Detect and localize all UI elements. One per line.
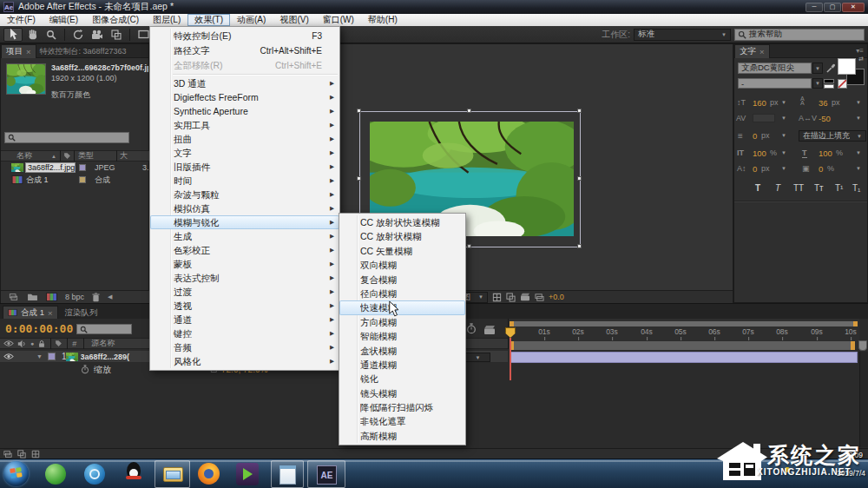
menu-item-smart-blur[interactable]: 智能模糊: [339, 329, 465, 343]
snapshot-icon[interactable]: [520, 293, 530, 301]
font-style-select[interactable]: -: [738, 78, 812, 89]
menu-item-digieffects[interactable]: Digieffects FreeForm▶: [150, 90, 339, 104]
taskbar-after-effects-button[interactable]: AE: [307, 460, 345, 488]
layer-visibility-eye-icon[interactable]: [3, 353, 14, 360]
selection-handle[interactable]: [577, 109, 582, 113]
subscript-button[interactable]: T₁: [852, 183, 860, 193]
help-search-input[interactable]: 搜索帮助: [734, 29, 865, 41]
selection-handle[interactable]: [357, 176, 361, 181]
menu-item-cc-radial-blur[interactable]: CC 放射状模糊: [339, 229, 465, 243]
footage-row-name[interactable]: 3a68ff2...f.jpg: [25, 162, 76, 173]
selection-handle[interactable]: [577, 244, 582, 248]
bpc-label[interactable]: 8 bpc: [65, 293, 84, 301]
playhead-line[interactable]: [510, 338, 511, 380]
layer-expand-arrow[interactable]: ▼: [36, 353, 43, 359]
tracking-value[interactable]: -50: [819, 114, 831, 123]
all-caps-button[interactable]: TT: [793, 183, 804, 193]
close-button[interactable]: ✕: [842, 3, 865, 12]
baseline-shift-value[interactable]: 0: [753, 164, 757, 174]
label-swatch[interactable]: [79, 176, 86, 183]
menu-item-synthetic-aperture[interactable]: Synthetic Aperture▶: [150, 104, 339, 118]
selection-handle[interactable]: [357, 109, 361, 113]
camera-tool-icon[interactable]: [88, 28, 107, 42]
layer-duration-bar[interactable]: [510, 352, 858, 363]
menu-item-bilateral-blur[interactable]: 双向模糊: [339, 258, 465, 272]
menu-item-channel[interactable]: 通道▶: [150, 313, 339, 326]
solo-icon[interactable]: ●: [30, 340, 34, 346]
chevron-down-icon[interactable]: ▼: [856, 166, 861, 171]
layer-name[interactable]: 3a68ff2...289(: [81, 353, 159, 361]
expand-time-controls-icon[interactable]: [31, 450, 40, 458]
menu-item-channel-blur[interactable]: 通道模糊: [339, 358, 465, 372]
faux-bold-button[interactable]: T: [755, 183, 760, 193]
menu-view[interactable]: 视图(V): [273, 14, 315, 26]
menu-item-utility[interactable]: 实用工具▶: [150, 118, 339, 132]
layer-label-swatch[interactable]: [48, 353, 56, 360]
menu-item-stylize[interactable]: 风格化▶: [150, 354, 339, 368]
kerning-value[interactable]: [753, 114, 775, 122]
leading-value[interactable]: 36: [819, 98, 828, 108]
trash-icon[interactable]: [92, 293, 100, 302]
chevron-down-icon[interactable]: ▼: [856, 150, 861, 155]
menu-file[interactable]: 文件(F): [0, 14, 43, 26]
menu-item-box-blur[interactable]: 盒状模糊: [339, 344, 465, 358]
faux-italic-button[interactable]: T: [775, 183, 780, 193]
menu-animation[interactable]: 动画(A): [230, 14, 273, 26]
default-fill-swatch[interactable]: [824, 84, 834, 89]
region-of-interest-icon[interactable]: [506, 293, 516, 302]
label-swatch[interactable]: [79, 164, 86, 171]
pixel-aspect-icon[interactable]: [535, 293, 544, 302]
navigator-start-handle[interactable]: [510, 321, 514, 326]
project-row-footage[interactable]: 3a68ff2...f.jpg JPEG 3.: [1, 162, 150, 174]
chevron-down-icon[interactable]: ▼: [781, 133, 786, 138]
taskbar-browser-360-icon[interactable]: [45, 464, 66, 485]
taskbar-qq-icon[interactable]: [124, 462, 143, 485]
no-color-swatch[interactable]: [838, 79, 847, 89]
taskbar-explorer-button[interactable]: [155, 460, 190, 488]
stopwatch-icon[interactable]: [81, 365, 89, 374]
navigator-end-handle[interactable]: [853, 321, 858, 326]
tab-comp-timeline[interactable]: 合成 1×: [3, 306, 58, 319]
video-eye-icon[interactable]: [3, 340, 14, 347]
scale-property-label[interactable]: 缩放: [94, 364, 111, 376]
menu-composition[interactable]: 图像合成(C): [85, 14, 146, 26]
project-columns-header[interactable]: 名称 ▲ 类型 大: [1, 150, 150, 162]
stroke-width-value[interactable]: 0: [753, 131, 757, 141]
new-composition-icon[interactable]: [46, 293, 57, 301]
menu-item-obsolete[interactable]: 旧版插件▶: [150, 160, 339, 174]
menu-item-generate[interactable]: 生成▶: [150, 229, 339, 243]
close-icon[interactable]: ×: [48, 308, 53, 318]
chevron-down-icon[interactable]: ▼: [781, 166, 786, 171]
project-search-input[interactable]: [4, 132, 129, 143]
column-size[interactable]: 大: [120, 150, 128, 162]
minimize-button[interactable]: ─: [806, 3, 823, 12]
menu-item-compound-blur[interactable]: 复合模糊: [339, 273, 465, 287]
timeline-search-input[interactable]: [76, 324, 132, 334]
menu-item-radial-blur[interactable]: 径向模糊: [339, 287, 465, 300]
exposure-value[interactable]: +0.0: [549, 293, 564, 301]
audio-icon[interactable]: [17, 340, 26, 348]
selection-handle[interactable]: [467, 244, 471, 248]
chevron-down-icon[interactable]: ▼: [781, 150, 786, 155]
menu-item-blur-sharpen[interactable]: 模糊与锐化▶: [150, 215, 339, 229]
menu-item-distort[interactable]: 扭曲▶: [150, 132, 339, 146]
layer-mode-select[interactable]: ▼: [463, 353, 490, 362]
panel-scroll-left-icon[interactable]: ◀: [108, 293, 112, 300]
taskbar-media-play-icon[interactable]: [236, 463, 259, 485]
menu-item-unsharp-mask[interactable]: 非锐化遮罩: [339, 414, 465, 428]
title-bar[interactable]: Ae Adobe After Effects - 未命名项目.aep * ─ ▢…: [0, 0, 868, 14]
menu-item-perspective[interactable]: 透视▶: [150, 299, 339, 313]
motion-blur-icon[interactable]: [483, 325, 496, 335]
chevron-down-icon[interactable]: ▼: [781, 115, 786, 121]
font-family-dropdown-button[interactable]: ▼: [812, 63, 823, 74]
horizontal-scale-value[interactable]: 100: [819, 148, 832, 158]
close-icon[interactable]: ×: [760, 47, 765, 56]
menu-layer[interactable]: 图层(L): [146, 14, 187, 26]
comp-marker-button[interactable]: [858, 340, 867, 351]
menu-item-effect-controls[interactable]: 特效控制台(E)F3: [150, 29, 339, 43]
fill-color-swatch[interactable]: [838, 58, 856, 75]
workspace-select[interactable]: 标准▼: [634, 29, 731, 41]
pan-behind-tool-icon[interactable]: [107, 28, 126, 42]
close-icon[interactable]: ×: [26, 47, 31, 56]
menu-item-simulation[interactable]: 模拟仿真▶: [150, 201, 339, 215]
